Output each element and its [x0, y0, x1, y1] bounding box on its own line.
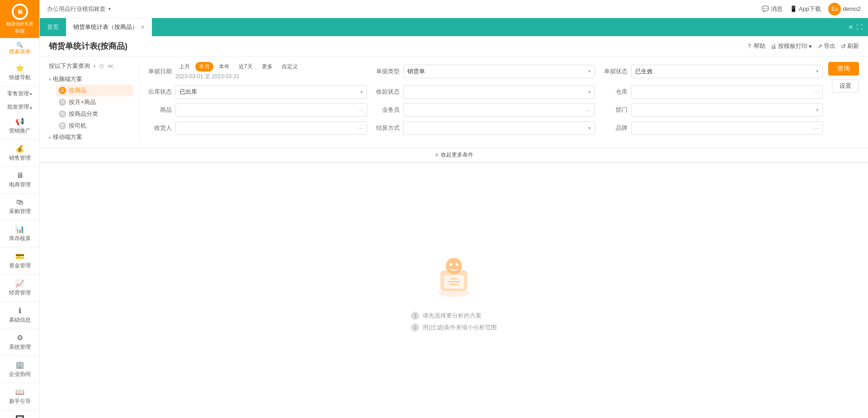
sidebar-item-marketing[interactable]: 📢 营销推广: [0, 113, 39, 140]
enterprise-icon: 🏢: [15, 361, 24, 369]
recipient-control[interactable]: ···: [175, 121, 367, 135]
collapse-bar[interactable]: ∧ 收起更多条件: [40, 148, 868, 162]
department-control[interactable]: ▾: [631, 103, 823, 117]
date-chip-custom[interactable]: 自定义: [278, 62, 302, 71]
tip-text-1: 请先选择要分析的方案: [423, 312, 481, 320]
scheme-node-by-month-product[interactable]: 月 按月+商品: [56, 96, 133, 108]
scheme-add-icon[interactable]: +: [93, 62, 96, 70]
sidebar-item-wholesale[interactable]: 批发管理 ▴: [0, 100, 39, 113]
scheme-node-by-category[interactable]: 图 按商品分类: [56, 108, 133, 120]
export-icon: ↗: [817, 43, 822, 50]
out-status-control[interactable]: 已出库 ▾: [175, 85, 367, 99]
tip-text-2: 用[过滤]条件来缩小分析范围: [423, 323, 496, 332]
scheme-settings-icon[interactable]: ⊙: [99, 62, 104, 70]
workspace-selector[interactable]: 办公用品行业模拟账套 ▾: [47, 5, 111, 13]
refresh-icon: ↺: [841, 43, 846, 50]
date-chip-last-month[interactable]: 上月: [175, 62, 193, 71]
guide-label: 新手引导: [9, 398, 31, 405]
salesperson-control[interactable]: ···: [403, 103, 595, 117]
scheme-node-by-product[interactable]: 按 按商品: [56, 85, 133, 96]
workspace-dropdown-icon[interactable]: ▾: [108, 6, 111, 11]
doc-type-control[interactable]: 销货单 ▾: [403, 65, 595, 78]
product-control[interactable]: ···: [175, 103, 367, 117]
sidebar-item-ecommerce[interactable]: 🖥 电商管理: [0, 167, 39, 194]
sidebar-item-quick-nav[interactable]: ⭐ 快捷导航: [0, 59, 39, 86]
brand-dots[interactable]: ···: [814, 125, 819, 132]
export-label: 导出: [824, 42, 835, 50]
sidebar-item-sales[interactable]: 💰 销售管理: [0, 140, 39, 167]
sidebar-item-inventory[interactable]: 📊 库存核算: [0, 220, 39, 247]
sidebar-item-system[interactable]: ⚙ 系统管理: [0, 329, 39, 356]
scheme-group-mobile-label: 移动端方案: [53, 133, 82, 141]
sidebar-item-retail[interactable]: 零售管理 ▾: [0, 86, 39, 100]
date-chip-more[interactable]: 更多: [258, 62, 276, 71]
filter-rows: 单据日期 上月 本月 本年 近7天 更多 自定义 20: [145, 62, 823, 142]
scheme-children-desktop: 按 按商品 月 按月+商品 图 按商品分类: [49, 85, 133, 132]
receipt-status-control[interactable]: ▾: [403, 85, 595, 99]
page-header: 销货单统计表(按商品) ？ 帮助 🖨 按模板打印 ▾ ↗ 导出 ↺ 刷新: [40, 36, 868, 57]
tab-close-icon[interactable]: ✕: [141, 24, 145, 30]
scheme-group-mobile[interactable]: ▸ 移动端方案: [49, 132, 133, 142]
empty-tip-2: 2 用[过滤]条件来缩小分析范围: [411, 323, 496, 332]
sidebar-item-operations[interactable]: 📈 经营管理: [0, 275, 39, 302]
date-chip-7days[interactable]: 近7天: [235, 62, 256, 71]
warehouse-control[interactable]: ···: [631, 85, 823, 99]
salesperson-dots[interactable]: ···: [586, 107, 591, 114]
scheme-node-by-printer[interactable]: 图 按司机: [56, 120, 133, 132]
app-download-btn[interactable]: 📱 App下载: [790, 5, 821, 13]
wholesale-label: 批发管理: [7, 103, 29, 111]
search-icon: 🔍: [2, 42, 38, 48]
scheme-group-desktop[interactable]: ▾ 电脑端方案: [49, 74, 133, 85]
settings-button[interactable]: 设置: [832, 79, 859, 93]
finance-label: 资金管理: [9, 262, 31, 270]
empty-tip-1: 1 请先选择要分析的方案: [411, 312, 496, 320]
date-chip-this-month[interactable]: 本月: [195, 62, 213, 71]
tab-home[interactable]: 首页: [40, 18, 66, 36]
user-profile[interactable]: Ea demo2: [828, 3, 861, 15]
message-icon: 💬: [762, 5, 769, 12]
brand-control[interactable]: ···: [631, 121, 823, 135]
empty-tips: 1 请先选择要分析的方案 2 用[过滤]条件来缩小分析范围: [411, 312, 496, 332]
help-label: 帮助: [754, 42, 765, 50]
query-button[interactable]: 查询: [828, 62, 859, 76]
app-download-icon: 📱: [790, 5, 797, 12]
print-btn[interactable]: 🖨 按模板打印 ▾: [771, 42, 812, 50]
svg-rect-9: [448, 281, 460, 282]
warehouse-dots[interactable]: ···: [814, 89, 819, 95]
scheme-collapse-icon[interactable]: ≪: [107, 62, 114, 70]
refresh-btn[interactable]: ↺ 刷新: [841, 42, 859, 50]
query-buttons: 查询 设置: [823, 62, 859, 142]
export-btn[interactable]: ↗ 导出: [817, 42, 835, 50]
app-subtitle: 畅捷信好生意: [6, 21, 33, 27]
filter-field-doc-type: 单据类型 销货单 ▾: [373, 65, 595, 78]
page-content: 销货单统计表(按商品) ？ 帮助 🖨 按模板打印 ▾ ↗ 导出 ↺ 刷新: [40, 36, 868, 418]
app-logo[interactable]: 畅 畅捷信好生意 标版: [0, 0, 39, 38]
tab-expand-icon[interactable]: ⛶: [856, 24, 863, 31]
date-range-text: 2023-03-01 至 2023-03-31: [175, 73, 367, 81]
message-btn[interactable]: 💬 消息: [762, 5, 783, 13]
help-btn[interactable]: ？ 帮助: [746, 42, 765, 50]
sidebar-item-apps[interactable]: 🔲 应用中心: [0, 410, 39, 418]
date-label: 单据日期: [145, 67, 172, 76]
filter-field-out-status: 出库状态 已出库 ▾: [145, 85, 367, 99]
tab-close-all-icon[interactable]: ✕: [848, 24, 854, 31]
sidebar-item-purchase[interactable]: 🛍 采购管理: [0, 194, 39, 220]
scheme-tree: ▾ 电脑端方案 按 按商品 月 按月+商品: [49, 74, 133, 142]
settlement-dropdown-icon: ▾: [588, 125, 591, 131]
filter-field-doc-status: 单据状态 已生效 ▾: [600, 65, 823, 78]
quick-nav-icon: ⭐: [15, 64, 24, 72]
doc-status-control[interactable]: 已生效 ▾: [631, 65, 823, 78]
sidebar-item-basic[interactable]: ℹ 基础信息: [0, 302, 39, 329]
sidebar-item-guide[interactable]: 📖 新手引导: [0, 383, 39, 410]
recipient-dots[interactable]: ···: [358, 125, 363, 132]
product-dots[interactable]: ···: [358, 107, 363, 114]
page-actions: ？ 帮助 🖨 按模板打印 ▾ ↗ 导出 ↺ 刷新: [746, 42, 859, 55]
sidebar-item-finance[interactable]: 💳 资金管理: [0, 247, 39, 275]
date-chip-this-year[interactable]: 本年: [215, 62, 233, 71]
settlement-control[interactable]: ▾: [403, 121, 595, 135]
tab-bar: 首页 销货单统计表（按商品） ✕ ✕ ⛶: [40, 18, 868, 36]
ecommerce-icon: 🖥: [16, 171, 24, 180]
tab-report[interactable]: 销货单统计表（按商品） ✕: [66, 18, 152, 36]
sidebar-item-enterprise[interactable]: 🏢 企业协同: [0, 356, 39, 383]
sidebar-item-search[interactable]: 🔍 搜索菜单: [0, 38, 39, 59]
